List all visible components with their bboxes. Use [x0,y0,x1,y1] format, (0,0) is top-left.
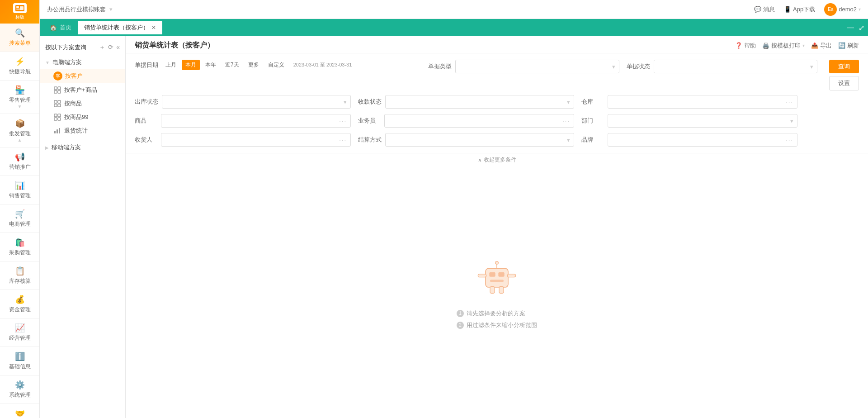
help-label: 帮助 [744,42,756,50]
sidebar-item-inventory[interactable]: 📋 库存核算 [0,261,39,290]
sidebar-item-finance[interactable]: 💰 资金管理 [0,290,39,318]
sidebar-item-purchase[interactable]: 🛍️ 采购管理 [0,233,39,261]
desktop-section-header[interactable]: ▼ 电脑端方案 [40,56,125,69]
expand-arrow-icon: ▼ [45,60,50,65]
page-title-bar: 销货单统计表（按客户） ❓ 帮助 🖨️ 按模板打印 ▾ 📤 导出 [126,36,868,53]
query-button[interactable]: 查询 [829,60,859,73]
help-button[interactable]: ❓ 帮助 [735,42,756,50]
order-type-select[interactable]: ▾ [455,60,619,73]
collapse-button[interactable]: ∧ 收起更多条件 [478,156,516,164]
order-type-label: 单据类型 [428,62,452,71]
dept-select[interactable]: ▾ [608,114,797,128]
sidebar-label-sales: 销售管理 [9,192,31,200]
tab-expand-icon[interactable]: ⤢ [859,24,864,32]
by-goods-icon [53,100,61,108]
app-download-label: App下载 [793,5,815,14]
tip-text-1: 请先选择要分析的方案 [467,308,525,319]
date-tab-7days[interactable]: 近7天 [222,60,243,70]
settlement-select[interactable]: ▾ [385,133,574,147]
filter-area: 单据日期 上月 本月 本年 近7天 更多 自定义 2023-03-01 至 20… [126,53,868,153]
svg-rect-17 [57,129,58,133]
panel-header-label: 按以下方案查询 [45,43,86,52]
sidebar-item-operation[interactable]: 📈 经营管理 [0,318,39,347]
scheme-return-stats[interactable]: 退货统计 [40,124,125,138]
home-icon: 🏠 [50,24,57,31]
tab-close-icon[interactable]: ✕ [151,24,156,31]
dept-label: 部门 [581,117,604,125]
help-icon: ❓ [735,42,742,49]
goods-select[interactable]: ··· [161,114,351,128]
out-status-select[interactable]: ▾ [162,95,351,109]
tab-minimize-icon[interactable]: — [847,24,854,32]
template-print-button[interactable]: 🖨️ 按模板打印 ▾ [762,42,805,50]
receiver-dots: ··· [339,137,347,143]
date-tab-lastmonth[interactable]: 上月 [162,60,180,70]
add-scheme-icon[interactable]: ＋ [99,43,105,52]
purchase-icon: 🛍️ [15,238,25,247]
sidebar-item-system[interactable]: ⚙️ 系统管理 [0,375,39,404]
salesperson-select[interactable]: ··· [384,114,574,128]
scheme-customer-goods[interactable]: 按客户+商品 [40,83,125,97]
tab-home[interactable]: 🏠 首页 [43,21,78,34]
filter-row-2: 出库状态 ▾ 收款状态 ▾ 仓库 ··· [135,95,859,109]
warehouse-select[interactable]: ··· [608,95,797,109]
sidebar-item-basic[interactable]: ℹ️ 基础信息 [0,347,39,375]
warehouse-label: 仓库 [581,98,604,106]
tip-text-2: 用过滤条件来缩小分析范围 [467,319,537,331]
message-button[interactable]: 💬 消息 [754,5,775,14]
date-filter-label: 单据日期 [135,61,158,69]
user-dropdown-icon: ▾ [859,7,861,12]
sidebar-item-sales[interactable]: 📊 销售管理 [0,176,39,204]
tab-sales-stats-label: 销货单统计表（按客户） [84,24,149,32]
settings-button[interactable]: 设置 [829,76,859,90]
content-area: 按以下方案查询 ＋ ⟳ « ▼ 电脑端方案 客 按客户 [40,36,868,418]
sidebar-item-enterprise[interactable]: 🤝 企业协同 [0,404,39,418]
mobile-section-label: 移动端方案 [52,143,81,152]
receiver-select[interactable]: ··· [161,133,351,147]
sidebar-item-wholesale[interactable]: 📦 批发管理 ▲ [0,114,39,147]
svg-rect-11 [58,104,61,107]
collapse-row: ∧ 收起更多条件 [126,153,868,166]
filter-row-3: 商品 ··· 业务员 ··· 部门 ▾ [135,114,859,128]
date-tab-thismonth[interactable]: 本月 [182,60,200,70]
system-icon: ⚙️ [15,380,25,390]
refresh-button[interactable]: 🔄 刷新 [838,42,859,50]
header-right: 💬 消息 📱 App下载 Ea demo2 ▾ [754,3,861,16]
svg-rect-4 [54,87,57,90]
date-tab-more[interactable]: 更多 [245,60,263,70]
svg-rect-13 [58,114,61,117]
tab-sales-stats[interactable]: 销货单统计表（按客户） ✕ [78,21,162,34]
app-download-button[interactable]: 📱 App下载 [784,5,815,14]
title-actions: ❓ 帮助 🖨️ 按模板打印 ▾ 📤 导出 🔄 刷新 [735,42,859,50]
brand-select[interactable]: ··· [608,133,797,147]
sidebar-item-marketing[interactable]: 📢 营销推广 [0,147,39,176]
svg-rect-22 [490,280,504,282]
inventory-icon: 📋 [15,266,25,276]
mobile-section-header[interactable]: ▶ 移动端方案 [40,141,125,154]
page-title: 销货单统计表（按客户） [135,41,214,50]
scheme-by-goods[interactable]: 按商品 [40,97,125,110]
goods-dots: ··· [339,118,347,124]
collapse-panel-icon[interactable]: « [116,43,120,52]
sidebar-item-ecommerce[interactable]: 🛒 电商管理 [0,204,39,233]
out-status-label: 出库状态 [135,98,158,106]
scheme-by-customer[interactable]: 客 按客户 [40,69,125,83]
sidebar-item-quicknav[interactable]: ⚡ 快捷导航 [0,52,39,81]
date-tab-custom[interactable]: 自定义 [264,60,288,70]
goods-label: 商品 [135,117,157,125]
refresh-scheme-icon[interactable]: ⟳ [108,43,113,52]
export-button[interactable]: 📤 导出 [811,42,832,50]
user-menu[interactable]: Ea demo2 ▾ [824,3,861,16]
receipt-status-select[interactable]: ▾ [385,95,574,109]
order-status-label: 单据状态 [627,62,650,71]
tip-num-1: 1 [457,310,464,317]
date-tab-thisyear[interactable]: 本年 [202,60,220,70]
sidebar-item-retail[interactable]: 🏪 零售管理 ▼ [0,81,39,114]
header-left: 办公用品行业模拟账套 ▾ [47,5,113,14]
sidebar-item-search[interactable]: 🔍 搜索菜单 [0,24,39,52]
expand-arrow-mobile-icon: ▶ [45,145,49,150]
order-status-select[interactable]: ▾ [654,60,817,73]
scheme-by-goods99-label: 按商品99 [64,113,88,121]
scheme-by-goods99[interactable]: 按商品99 [40,110,125,124]
svg-rect-10 [54,104,57,107]
